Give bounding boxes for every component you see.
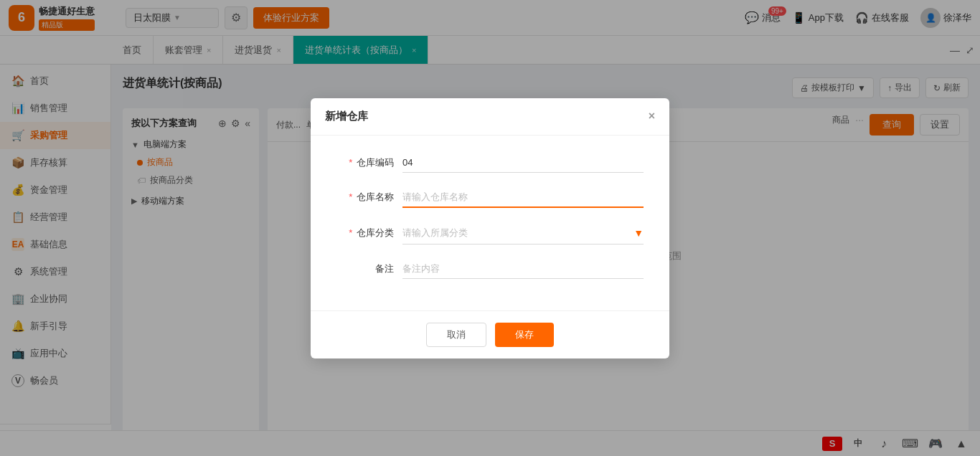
category-dropdown-arrow: ▼: [633, 227, 644, 239]
warehouse-category-select[interactable]: 请输入所属分类 ▼: [402, 222, 644, 244]
form-row-name: * 仓库名称: [336, 187, 644, 208]
form-category-label: * 仓库分类: [336, 227, 394, 239]
dialog-footer: 取消 保存: [311, 310, 669, 358]
dialog-title: 新增仓库: [325, 110, 368, 123]
required-star-name: *: [349, 191, 352, 202]
warehouse-remark-input[interactable]: [402, 259, 644, 279]
cancel-button[interactable]: 取消: [426, 323, 486, 347]
category-placeholder: 请输入所属分类: [402, 227, 468, 239]
code-label-text: 仓库编码: [357, 157, 394, 168]
save-button[interactable]: 保存: [495, 323, 554, 347]
add-warehouse-dialog: 新增仓库 × * 仓库编码 * 仓库名称: [311, 98, 669, 358]
dialog-close-btn[interactable]: ×: [649, 110, 655, 123]
form-row-category: * 仓库分类 请输入所属分类 ▼: [336, 222, 644, 244]
form-code-label: * 仓库编码: [336, 156, 394, 169]
modal-overlay: 新增仓库 × * 仓库编码 * 仓库名称: [0, 0, 980, 456]
dialog-body: * 仓库编码 * 仓库名称 * 仓库分类 请输入所属: [311, 136, 669, 310]
warehouse-name-input[interactable]: [402, 187, 644, 208]
warehouse-code-input[interactable]: [402, 153, 644, 173]
dialog-header: 新增仓库 ×: [311, 98, 669, 136]
required-star-code: *: [349, 157, 352, 168]
remark-label-text: 备注: [375, 263, 394, 274]
required-star-category: *: [349, 227, 352, 238]
form-row-remark: 备注: [336, 259, 644, 279]
category-label-text: 仓库分类: [357, 227, 394, 238]
form-name-label: * 仓库名称: [336, 191, 394, 204]
form-row-code: * 仓库编码: [336, 153, 644, 173]
form-remark-label: 备注: [336, 262, 394, 275]
name-label-text: 仓库名称: [357, 191, 394, 202]
